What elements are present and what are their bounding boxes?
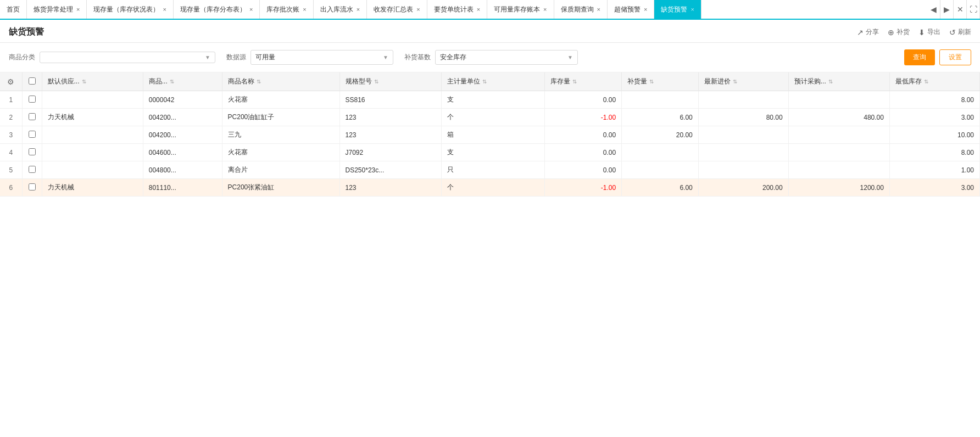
- tab-available[interactable]: 可用量库存账本×: [487, 0, 554, 19]
- row-checkbox-cell[interactable]: [22, 126, 42, 144]
- row-name: 火花塞: [222, 144, 339, 161]
- tab-label: 炼货异常处理: [34, 5, 73, 14]
- tab-close-icon[interactable]: ×: [477, 6, 480, 13]
- column-gear[interactable]: ⚙: [0, 72, 22, 91]
- tab-label: 收发存汇总表: [374, 5, 413, 14]
- page-title: 缺货预警: [9, 26, 44, 38]
- tab-close-icon[interactable]: ×: [76, 6, 80, 13]
- tab-overstock[interactable]: 超储预警×: [608, 0, 654, 19]
- tab-label: 首页: [7, 5, 20, 14]
- row-unit: 只: [442, 161, 545, 179]
- tab-stock-dist[interactable]: 现存量（库存分布表）×: [174, 0, 260, 19]
- column-min-stock[interactable]: 最低库存 ⇅: [889, 72, 979, 91]
- row-idx: 2: [0, 109, 22, 126]
- column-replenish[interactable]: 补货量 ⇅: [622, 72, 699, 91]
- tab-close-icon[interactable]: ×: [416, 6, 420, 13]
- row-checkbox[interactable]: [29, 113, 36, 120]
- tab-close-icon[interactable]: ×: [163, 6, 166, 13]
- refresh-button[interactable]: ↺ 刷新: [949, 27, 971, 37]
- row-checkbox-cell[interactable]: [22, 144, 42, 161]
- column-code[interactable]: 商品... ⇅: [143, 72, 222, 91]
- column-checkbox[interactable]: [22, 72, 42, 91]
- tab-collect[interactable]: 收发存汇总表×: [367, 0, 427, 19]
- row-name: 三九: [222, 126, 339, 144]
- tab-close-icon[interactable]: ×: [357, 6, 360, 13]
- row-checkbox-cell[interactable]: [22, 91, 42, 109]
- row-checkbox[interactable]: [29, 183, 36, 191]
- tab-expiry[interactable]: 保质期查询×: [554, 0, 608, 19]
- share-icon: ↗: [857, 28, 864, 37]
- table-row: 4 004600... 火花塞 J7092 支 0.00 8.00: [0, 144, 980, 161]
- row-checkbox[interactable]: [29, 166, 36, 173]
- column-replenish-label: 补货量: [627, 77, 647, 86]
- tab-label: 出入库流水: [320, 5, 353, 14]
- category-filter-group: 商品分类 ▼: [9, 52, 215, 63]
- column-stock[interactable]: 库存量 ⇅: [545, 72, 622, 91]
- column-estimated[interactable]: 预计采购... ⇅: [788, 72, 889, 91]
- column-latest-price-label: 最新进价: [704, 77, 731, 86]
- replenish-base-value: 安全库存: [440, 53, 563, 62]
- row-min-stock: 3.00: [889, 179, 979, 197]
- row-checkbox[interactable]: [29, 131, 36, 138]
- row-estimated: [788, 91, 889, 109]
- tab-flow[interactable]: 出入库流水×: [314, 0, 367, 19]
- gear-icon[interactable]: ⚙: [7, 77, 14, 86]
- stock-sort-icon: ⇅: [572, 79, 577, 85]
- table-header-row: ⚙ 默认供应... ⇅ 商品... ⇅: [0, 72, 980, 91]
- category-select[interactable]: ▼: [40, 52, 215, 63]
- supplier-sort-icon: ⇅: [82, 79, 86, 85]
- tab-exception[interactable]: 炼货异常处理×: [27, 0, 87, 19]
- tab-close-icon[interactable]: ×: [691, 6, 694, 13]
- tab-nav-prev[interactable]: ◀: [927, 0, 940, 19]
- replenish-button[interactable]: ⊕ 补货: [888, 27, 910, 37]
- row-idx: 1: [0, 91, 22, 109]
- share-button[interactable]: ↗ 分享: [857, 27, 879, 37]
- row-checkbox-cell[interactable]: [22, 179, 42, 197]
- tab-close-others[interactable]: ✕: [954, 0, 967, 19]
- row-checkbox-cell[interactable]: [22, 161, 42, 179]
- row-spec: SS816: [339, 91, 442, 109]
- select-all-checkbox[interactable]: [29, 77, 36, 85]
- refresh-label: 刷新: [958, 27, 971, 37]
- tab-stock-status[interactable]: 现存量（库存状况表）×: [87, 0, 173, 19]
- setting-button[interactable]: 设置: [939, 49, 971, 65]
- query-button[interactable]: 查询: [904, 49, 935, 65]
- refresh-icon: ↺: [949, 28, 956, 37]
- export-button[interactable]: ⬇ 导出: [918, 27, 940, 37]
- row-supplier: [42, 144, 143, 161]
- latest-price-sort-icon: ⇅: [733, 79, 737, 85]
- row-code: 0000042: [143, 91, 222, 109]
- tab-batch[interactable]: 库存批次账×: [260, 0, 313, 19]
- row-replenish: [622, 161, 699, 179]
- tab-home[interactable]: 首页: [0, 0, 27, 19]
- row-stock: -1.00: [545, 109, 622, 126]
- row-stock: -1.00: [545, 179, 622, 197]
- tab-close-icon[interactable]: ×: [543, 6, 547, 13]
- tab-close-icon[interactable]: ×: [249, 6, 253, 13]
- column-name[interactable]: 商品名称 ⇅: [222, 72, 339, 91]
- tab-demand[interactable]: 要货单统计表×: [427, 0, 487, 19]
- row-checkbox[interactable]: [29, 96, 36, 103]
- tab-shortage[interactable]: 缺货预警×: [654, 0, 701, 19]
- tab-close-icon[interactable]: ×: [597, 6, 600, 13]
- row-code: 004200...: [143, 109, 222, 126]
- tab-nav-next[interactable]: ▶: [940, 0, 954, 19]
- row-checkbox-cell[interactable]: [22, 109, 42, 126]
- column-unit[interactable]: 主计量单位 ⇅: [442, 72, 545, 91]
- datasource-select[interactable]: 可用量 ▼: [250, 50, 393, 65]
- row-name: 离合片: [222, 161, 339, 179]
- replenish-base-filter-group: 补货基数 安全库存 ▼: [404, 50, 578, 65]
- column-name-label: 商品名称: [228, 77, 254, 86]
- row-code: 004200...: [143, 126, 222, 144]
- datasource-label: 数据源: [226, 53, 246, 62]
- column-latest-price[interactable]: 最新进价 ⇅: [698, 72, 788, 91]
- table-row: 5 004800... 离合片 DS250*23c... 只 0.00 1.00: [0, 161, 980, 179]
- tab-close-icon[interactable]: ×: [644, 6, 647, 13]
- tab-close-icon[interactable]: ×: [303, 6, 306, 13]
- row-checkbox[interactable]: [29, 148, 36, 155]
- row-stock: 0.00: [545, 144, 622, 161]
- column-supplier[interactable]: 默认供应... ⇅: [42, 72, 143, 91]
- column-spec[interactable]: 规格型号 ⇅: [339, 72, 442, 91]
- replenish-base-select[interactable]: 安全库存 ▼: [435, 50, 578, 65]
- tab-fullscreen[interactable]: ⛶: [967, 0, 980, 19]
